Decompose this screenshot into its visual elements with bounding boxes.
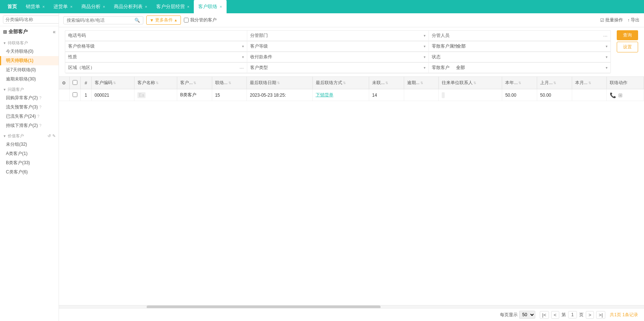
chevron-down-icon: ▾ (606, 55, 608, 59)
filter-nature-select[interactable]: ▾ (92, 55, 244, 59)
filter-status-label: 状态 (432, 54, 454, 60)
query-button[interactable]: 查询 (617, 30, 638, 40)
help-icon[interactable]: ? (39, 105, 42, 109)
row-num: 1 (80, 89, 91, 101)
nav-product-analysis[interactable]: 商品分析 × (77, 0, 109, 13)
sidebar-item-today-pending[interactable]: 今天待联络(0) (0, 47, 59, 56)
sidebar-item-class-a[interactable]: A类客户(1) (0, 149, 59, 158)
first-page-button[interactable]: |< (540, 311, 549, 319)
close-icon[interactable]: × (103, 4, 105, 9)
col-header-num: # (80, 77, 91, 89)
sidebar-item-class-c[interactable]: C类客户(6) (0, 168, 59, 177)
row-unit-contact (439, 89, 502, 101)
export-button[interactable]: ↑ 导出 (627, 17, 640, 23)
toolbar-search-input[interactable] (67, 18, 133, 23)
filter-payment-terms-select[interactable]: ▾ (274, 55, 426, 59)
filter-price-tier: 客户价格等级 ▾ (65, 41, 247, 52)
chevron-down-icon: ▾ (424, 55, 426, 59)
col-header-no-contact[interactable]: 未联...⇅ (369, 77, 404, 89)
filter-region-more[interactable]: ··· (239, 65, 244, 71)
col-header-contact-count[interactable]: 联络...⇅ (212, 77, 247, 89)
filter-panel: 电话号码 分管部门 ▾ 分管人员 (59, 27, 644, 77)
gear-icon[interactable]: ⚙ (62, 80, 66, 86)
col-header-this-month[interactable]: 本月...⇅ (572, 77, 607, 89)
nav-purchase-order[interactable]: 进货单 × (49, 0, 77, 13)
sidebar-item-churned[interactable]: 已流失客户(24) ? (0, 112, 59, 121)
close-icon[interactable]: × (42, 4, 45, 9)
filter-customer-tier-label: 客户等级 (250, 43, 272, 49)
last-page-button[interactable]: >| (596, 311, 605, 319)
filter-phone-input[interactable] (92, 33, 244, 38)
col-header-unit-contact[interactable]: 往来单位联系人⇅ (439, 77, 502, 89)
more-filter-button[interactable]: ▼ 更多条件 ▲ (146, 15, 181, 25)
filter-manager-more[interactable]: ··· (603, 33, 608, 39)
next-page-button[interactable]: > (586, 311, 594, 319)
col-header-type[interactable]: 客户...⇅ (177, 77, 212, 89)
filter-scattered-customer-select[interactable]: 全部 ▾ (456, 65, 608, 71)
help-icon[interactable]: ? (39, 96, 42, 100)
row-checkbox[interactable] (73, 92, 77, 97)
sidebar-item-7days-pending[interactable]: 近7天待联络(0) (0, 65, 59, 75)
sidebar-item-class-b[interactable]: B类客户(33) (0, 158, 59, 168)
close-icon[interactable]: × (145, 4, 147, 9)
more-action-icon[interactable]: ⊞ (618, 92, 623, 98)
page-size-select[interactable]: 50 (519, 311, 535, 319)
prev-page-button[interactable]: < (551, 311, 559, 319)
help-icon[interactable]: ? (39, 124, 42, 128)
filter-scattered-attr-select[interactable]: 全部 ▾ (457, 43, 608, 49)
sort-icon: ⇅ (193, 81, 196, 85)
filter-customer-tier: 客户等级 ▾ (247, 41, 429, 52)
sidebar-search-input[interactable] (3, 15, 59, 24)
close-icon[interactable]: × (70, 4, 72, 9)
close-icon[interactable]: × (220, 4, 222, 9)
chevron-down-icon: ▾ (424, 44, 426, 48)
col-header-code[interactable]: 客户编码⇅ (91, 77, 134, 89)
phone-action-icon[interactable]: 📞 (610, 92, 616, 98)
nav-sales-order[interactable]: 销货单 × (21, 0, 49, 13)
filter-customer-type-select[interactable]: ▾ (274, 66, 426, 70)
filter-dept-select[interactable]: ▾ (274, 34, 426, 38)
sort-icon: ⇅ (518, 81, 521, 85)
sidebar-item-all-customers[interactable]: ⊞ 全部客户 « (0, 26, 59, 37)
settings-button[interactable]: 设置 (617, 42, 638, 52)
col-header-this-year[interactable]: 本年...⇅ (502, 77, 537, 89)
edit-icon[interactable]: ✎ (52, 134, 56, 138)
filter-action-buttons: 查询 设置 (614, 30, 638, 52)
page-size-selector: 每页显示 50 (500, 311, 535, 319)
my-customer-checkbox[interactable] (184, 18, 189, 23)
col-header-name[interactable]: 客户名称⇅ (134, 77, 177, 89)
filter-nature-label: 性质 (68, 54, 90, 60)
col-header-last-month[interactable]: 上月...⇅ (537, 77, 572, 89)
last-contact-method-link[interactable]: 下销货单 (316, 92, 333, 97)
refresh-icon[interactable]: ↺ (48, 134, 51, 138)
toolbar-right-actions: ☑ 批量操作 ↑ 导出 (600, 17, 640, 23)
bulk-operation-button[interactable]: ☑ 批量操作 (600, 17, 623, 23)
col-header-last-contact-date[interactable]: 最后联络日期⇅ (247, 77, 312, 89)
collapse-icon[interactable]: « (53, 29, 56, 35)
sidebar-item-overdue-contact[interactable]: 逾期未联络(30) (0, 75, 59, 84)
col-header-last-contact-method[interactable]: 最后联络方式⇅ (312, 77, 369, 89)
col-header-overdue[interactable]: 逾期...⇅ (404, 77, 439, 89)
my-customer-checkbox-label[interactable]: 我分管的客户 (184, 17, 217, 23)
nav-customer-tier[interactable]: 客户分层经营 × (152, 0, 194, 13)
sidebar-item-tomorrow-pending[interactable]: 明天待联络(1) (0, 56, 59, 65)
close-icon[interactable]: × (187, 4, 189, 9)
filter-customer-tier-select[interactable]: ▾ (274, 44, 426, 48)
select-all-checkbox[interactable] (73, 80, 77, 85)
sidebar-search-area: 🔍 (0, 13, 59, 26)
row-last-contact-method: 下销货单 (312, 89, 369, 101)
row-checkbox-cell (69, 89, 80, 101)
sidebar-item-churn-warning[interactable]: 流失预警客户(3) ? (0, 103, 59, 112)
sidebar-item-repurchase-abnormal[interactable]: 回购异常客户(2) ? (0, 93, 59, 103)
filter-price-tier-select[interactable]: ▾ (93, 44, 244, 48)
chevron-down-icon: ▾ (606, 44, 608, 48)
nav-product-analysis-list[interactable]: 商品分析列表 × (109, 0, 151, 13)
toolbar-search-icon[interactable]: 🔍 (134, 18, 140, 23)
help-icon[interactable]: ? (37, 114, 39, 118)
sidebar-item-declining[interactable]: 持续下滑客户(2) ? (0, 121, 59, 130)
horizontal-scrollbar[interactable] (59, 305, 644, 308)
nav-customer-contact[interactable]: 客户联络 × (194, 0, 226, 13)
filter-status-select[interactable]: ▾ (456, 55, 608, 59)
nav-home[interactable]: 首页 (3, 0, 21, 13)
sidebar-item-ungrouped[interactable]: 未分组(32) (0, 140, 59, 149)
